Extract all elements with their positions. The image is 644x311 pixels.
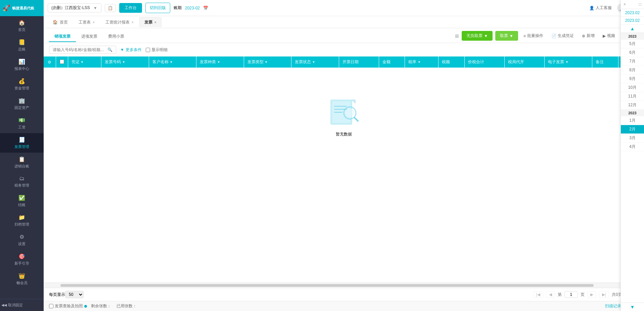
horizontal-scrollbar[interactable] bbox=[44, 282, 644, 288]
th-remark: 备注 bbox=[592, 56, 618, 68]
sidebar-item-tax[interactable]: 🗂 税务管理 bbox=[0, 172, 44, 191]
new-btn[interactable]: ⊕ 新增 bbox=[579, 32, 597, 40]
invoice-table: ⚙ 凭证 ▼ 发票号码 ▼ 客户名称 ▼ 发票种类 ▼ 发票类型 ▼ 发票状态 … bbox=[44, 56, 644, 164]
page-size-select[interactable]: 50 20 100 bbox=[65, 291, 84, 298]
sub-tab-expense[interactable]: 费用小票 bbox=[103, 32, 130, 42]
customer-filter-icon[interactable]: ▼ bbox=[170, 60, 173, 64]
generate-voucher-btn[interactable]: 📄 生成凭证 bbox=[549, 32, 577, 40]
sub-tab-outbound[interactable]: 销项发票 bbox=[49, 32, 76, 42]
copy-button[interactable]: 📋 bbox=[105, 4, 116, 12]
workspace-button[interactable]: 工作台 bbox=[119, 3, 142, 13]
empty-illustration bbox=[324, 94, 364, 128]
th-checkbox[interactable] bbox=[56, 56, 68, 68]
sidebar-item-settings[interactable]: ⚙ 设置 bbox=[0, 230, 44, 250]
company-selector[interactable]: (勿删）江西股宝-LSS ▼ bbox=[48, 3, 101, 12]
date-month-6[interactable]: 6月 bbox=[621, 48, 644, 57]
sidebar-item-home-label: 首页 bbox=[18, 27, 26, 32]
th-settings[interactable]: ⚙ bbox=[44, 56, 56, 68]
date-month-4[interactable]: 4月 bbox=[621, 143, 644, 151]
date-month-8[interactable]: 8月 bbox=[621, 66, 644, 75]
sidebar-item-finance[interactable]: 💰 资金管理 bbox=[0, 75, 44, 94]
last-page-btn[interactable]: ▶| bbox=[599, 291, 609, 298]
page-input[interactable] bbox=[564, 291, 578, 298]
invoice-table-container: ⚙ 凭证 ▼ 发票号码 ▼ 客户名称 ▼ 发票种类 ▼ 发票类型 ▼ 发票状态 … bbox=[44, 56, 644, 282]
empty-state: 暂无数据 bbox=[44, 68, 644, 164]
company-name: (勿删）江西股宝-LSS bbox=[51, 5, 90, 11]
tab-payroll-close-icon[interactable]: × bbox=[93, 21, 95, 24]
date-month-2-active[interactable]: 2月 bbox=[621, 125, 644, 134]
date-month-5[interactable]: 5月 bbox=[621, 40, 644, 48]
next-page-btn[interactable]: ▶ bbox=[587, 291, 596, 298]
th-tax-rate: 税率 ▼ bbox=[405, 56, 439, 68]
date-sidebar-close-icon[interactable]: × bbox=[624, 2, 626, 7]
tab-payroll-report[interactable]: 工资统计报表 × bbox=[100, 17, 139, 27]
invoice-type-filter-icon[interactable]: ▼ bbox=[217, 60, 220, 64]
payroll-icon: 💵 bbox=[18, 117, 25, 123]
date-month-1[interactable]: 1月 bbox=[621, 116, 644, 125]
sidebar-item-report[interactable]: 📊 报表中心 bbox=[0, 55, 44, 75]
tab-home[interactable]: 🏠 首页 bbox=[48, 17, 73, 27]
search-input[interactable] bbox=[53, 47, 105, 52]
page-label-prefix: 第 bbox=[558, 292, 562, 298]
tab-payroll-report-close-icon[interactable]: × bbox=[132, 21, 134, 24]
more-conditions-btn[interactable]: ▼ 更多条件 bbox=[120, 47, 142, 53]
page-size-label: 每页显示 bbox=[49, 292, 65, 298]
th-e-invoice: 电子发票 ▼ bbox=[545, 56, 592, 68]
sidebar-item-archive[interactable]: 📁 归档管理 bbox=[0, 211, 44, 230]
sidebar-item-finance-label: 资金管理 bbox=[14, 86, 29, 91]
sidebar-item-sales[interactable]: 📋 进销台账 bbox=[0, 153, 44, 172]
sidebar-item-ledger[interactable]: 📒 总账 bbox=[0, 36, 44, 55]
batch-ops-label: 批量操作 bbox=[527, 33, 543, 39]
select-all-checkbox[interactable] bbox=[60, 60, 64, 64]
sidebar-item-ledger-label: 总账 bbox=[18, 47, 26, 52]
show-detail-checkbox[interactable]: 显示明细 bbox=[146, 47, 168, 53]
date-year-item-header2[interactable]: 2023.02 bbox=[621, 17, 644, 25]
get-invoice-btn[interactable]: 取票 ▼ bbox=[495, 31, 518, 41]
th-amount: 金额 bbox=[379, 56, 405, 68]
date-scroll-down-btn[interactable]: ▼ bbox=[621, 303, 644, 311]
invoice-status-filter-icon[interactable]: ▼ bbox=[312, 60, 315, 64]
sidebar-item-closing[interactable]: ✅ 结账 bbox=[0, 191, 44, 211]
sub-tab-inbound[interactable]: 进项发票 bbox=[76, 32, 103, 42]
tax-rate-filter-icon[interactable]: ▼ bbox=[417, 60, 421, 64]
tab-invoice-close-icon[interactable]: × bbox=[154, 21, 156, 24]
sidebar-pin-toggle[interactable]: ◀◀ 取消固定 bbox=[0, 299, 44, 311]
video-btn[interactable]: ▶ 视频 bbox=[600, 32, 618, 40]
sidebar-item-guide[interactable]: 🎯 新手引导 bbox=[0, 250, 44, 269]
sidebar-item-home[interactable]: 🏠 首页 bbox=[0, 16, 44, 36]
home-icon: 🏠 bbox=[18, 20, 25, 26]
e-invoice-filter-icon[interactable]: ▼ bbox=[565, 60, 568, 64]
customer-service[interactable]: 👤 人工客服 bbox=[589, 5, 612, 11]
sidebar-item-invoice[interactable]: 🧾 发票管理 bbox=[0, 133, 44, 153]
date-month-3[interactable]: 3月 bbox=[621, 134, 644, 143]
invoice-verify-checkbox[interactable] bbox=[49, 304, 53, 308]
date-month-7[interactable]: 7月 bbox=[621, 57, 644, 66]
voucher-filter-icon[interactable]: ▼ bbox=[81, 60, 84, 64]
date-month-12[interactable]: 12月 bbox=[621, 101, 644, 110]
sidebar-item-report-label: 报表中心 bbox=[14, 66, 29, 71]
prev-page-btn[interactable]: ◀ bbox=[546, 291, 555, 298]
remaining-label: 剩余张数： bbox=[91, 303, 111, 309]
tab-payroll[interactable]: 工资表 × bbox=[74, 17, 100, 27]
invoice-category-filter-icon[interactable]: ▼ bbox=[265, 60, 268, 64]
calendar-icon: 📅 bbox=[203, 6, 208, 10]
invoice-no-filter-icon[interactable]: ▼ bbox=[122, 60, 125, 64]
sidebar-item-payroll[interactable]: 💵 工资 bbox=[0, 114, 44, 133]
date-month-11[interactable]: 11月 bbox=[621, 92, 644, 101]
sidebar-item-vip[interactable]: 👑 畅会员 bbox=[0, 269, 44, 289]
date-sidebar-expand-icon[interactable]: □ bbox=[639, 2, 641, 7]
no-invoice-btn[interactable]: 无负取票 ▼ bbox=[462, 31, 493, 41]
scan-record-link[interactable]: 扫描记录 bbox=[605, 303, 621, 309]
grid-view-icon[interactable]: ⊞ bbox=[455, 33, 459, 39]
date-month-10[interactable]: 10月 bbox=[621, 83, 644, 92]
batch-ops-btn[interactable]: ≡ 批量操作 bbox=[521, 32, 546, 40]
show-detail-input[interactable] bbox=[146, 48, 150, 52]
old-version-button[interactable]: 切到旧版 bbox=[145, 3, 170, 13]
date-scroll-up-btn[interactable]: ▲ bbox=[621, 25, 644, 33]
main-area: (勿删）江西股宝-LSS ▼ 📋 工作台 切到旧版 账期 2023-02 📅 👤… bbox=[44, 0, 644, 311]
tab-invoice[interactable]: 发票 × bbox=[139, 17, 162, 27]
first-page-btn[interactable]: |◀ bbox=[533, 291, 543, 298]
date-year-item-header1[interactable]: 2023.02 bbox=[621, 9, 644, 17]
date-month-9[interactable]: 9月 bbox=[621, 75, 644, 83]
sidebar-item-assets[interactable]: 🏢 固定资产 bbox=[0, 94, 44, 114]
